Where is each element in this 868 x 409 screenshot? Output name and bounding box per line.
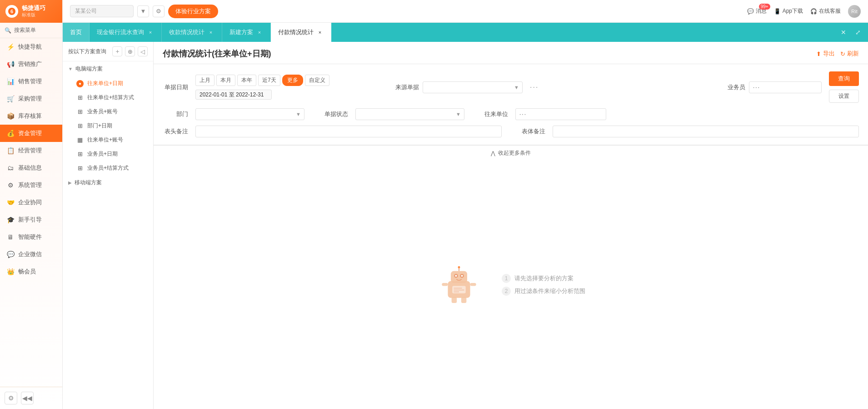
unit-more-btn[interactable]: ··· <box>515 108 606 120</box>
messages-item[interactable]: 💬 消息 99+ <box>747 7 767 15</box>
sidebar-item-marketing[interactable]: 📢 营销推广 <box>0 56 62 73</box>
settings-btn[interactable]: 设置 <box>829 90 859 103</box>
sidebar-item-system[interactable]: ⚙ 系统管理 <box>0 177 62 194</box>
empty-hint-2: 2 用过滤条件来缩小分析范围 <box>502 287 585 296</box>
sidebar-item-label: 快捷导航 <box>18 43 42 51</box>
company-dropdown-btn[interactable]: ▼ <box>137 5 149 17</box>
sidebar-item-capital[interactable]: 💰 资金管理 <box>0 125 62 142</box>
maximize-btn[interactable]: ⤢ <box>853 27 863 38</box>
sidebar-item-label: 资金管理 <box>18 129 42 137</box>
topbar: 某某公司 ▼ ⚙ 体验行业方案 💬 消息 99+ 📱 App下载 🎧 在线客服 … <box>63 0 868 23</box>
sidebar-item-label: 采购管理 <box>18 95 42 103</box>
scheme-item-unit-date[interactable]: ● 往来单位+日期 <box>63 76 153 91</box>
this-year-btn[interactable]: 本年 <box>237 75 256 86</box>
app-download-item[interactable]: 📱 App下载 <box>774 7 803 15</box>
tab-income[interactable]: 收款情况统计 × <box>162 23 222 42</box>
table-icon: ⊞ <box>76 151 84 158</box>
user-avatar-item[interactable]: Rit <box>848 5 861 18</box>
sidebar-item-inventory[interactable]: 📦 库存核算 <box>0 107 62 125</box>
topbar-left: 某某公司 ▼ ⚙ 体验行业方案 <box>70 5 742 18</box>
scheme-item-unit-account[interactable]: ▦ 往来单位+账号 <box>63 133 153 147</box>
search-icon: 🔍 <box>5 27 11 34</box>
doc-status-select-wrapper: ▼ <box>355 108 464 120</box>
doc-date-label: 单据日期 <box>163 83 188 91</box>
sidebar-item-quick-nav[interactable]: ⚡ 快捷导航 <box>0 38 62 56</box>
tabbar: 首页 现金银行流水查询 × 收款情况统计 × 新建方案 × 付款情况统计 × ✕… <box>63 23 868 42</box>
sidebar-item-enterprise[interactable]: 🤝 企业协同 <box>0 194 62 211</box>
dept-select[interactable] <box>195 108 304 120</box>
sidebar-item-operations[interactable]: 📋 经营管理 <box>0 142 62 159</box>
trial-btn[interactable]: 体验行业方案 <box>168 5 218 18</box>
scheme-item-staff-date[interactable]: ⊞ 业务员+日期 <box>63 147 153 161</box>
mobile-scheme-group-header[interactable]: ▶ 移动端方案 <box>63 175 153 190</box>
online-service-item[interactable]: 🎧 在线客服 <box>810 7 841 15</box>
tab-home[interactable]: 首页 <box>63 23 90 42</box>
sidebar-item-basics[interactable]: 🗂 基础信息 <box>0 159 62 177</box>
app-name: 畅捷通巧 <box>22 5 45 12</box>
tab-new-scheme[interactable]: 新建方案 × <box>222 23 271 42</box>
sidebar-item-sales[interactable]: 📊 销售管理 <box>0 73 62 90</box>
source-doc-more-btn[interactable]: ··· <box>526 81 542 93</box>
user-avatar: Rit <box>848 5 861 18</box>
sidebar-item-hardware[interactable]: 🖥 智能硬件 <box>0 228 62 246</box>
header-remark-input[interactable] <box>195 126 502 137</box>
svg-point-6 <box>455 275 457 277</box>
collapse-sidebar-btn[interactable]: ◀◀ <box>21 392 34 404</box>
more-btn[interactable]: 更多 <box>282 75 303 86</box>
source-doc-label: 来源单据 <box>394 83 419 91</box>
message-icon: 💬 <box>747 8 754 15</box>
scheme-item-staff-account[interactable]: ⊞ 业务员+账号 <box>63 105 153 119</box>
table-icon: ⊞ <box>76 94 84 101</box>
doc-status-select[interactable] <box>355 108 464 120</box>
home-tab-label: 首页 <box>70 28 82 36</box>
source-doc-select-wrapper: ▼ <box>423 81 523 93</box>
empty-text-list: 1 请先选择要分析的方案 2 用过滤条件来缩小分析范围 <box>502 274 585 296</box>
custom-btn[interactable]: 自定义 <box>305 75 329 86</box>
pc-scheme-group: ▼ 电脑端方案 ● 往来单位+日期 ⊞ 往来单位+结算方式 ⊞ 业务员+账号 ⊞ <box>63 61 153 175</box>
sidebar-item-guide[interactable]: 🎓 新手引导 <box>0 211 62 228</box>
add-scheme-btn[interactable]: ＋ <box>112 46 122 56</box>
pc-scheme-group-header[interactable]: ▼ 电脑端方案 <box>63 61 153 76</box>
sidebar-item-member[interactable]: 👑 畅会员 <box>0 263 62 280</box>
quick-nav-icon: ⚡ <box>6 43 15 51</box>
close-all-tabs-btn[interactable]: ✕ <box>838 27 849 38</box>
dept-label: 部门 <box>163 110 188 118</box>
tab-bank[interactable]: 现金银行流水查询 × <box>90 23 162 42</box>
collapse-more-conditions-btn[interactable]: ⋀ 收起更多条件 <box>154 145 868 161</box>
scheme-collapse-btn[interactable]: ◁ <box>138 46 148 56</box>
staff-select-btn[interactable]: ··· <box>749 81 822 93</box>
refresh-btn[interactable]: ↻ 刷新 <box>840 50 859 58</box>
staff-label: 业务员 <box>720 83 745 91</box>
close-income-tab[interactable]: × <box>207 29 215 36</box>
enterprise-icon: 🤝 <box>6 198 15 207</box>
export-btn[interactable]: ⬆ 导出 <box>816 50 835 58</box>
avatar-text: Rit <box>851 9 857 14</box>
body-remark-input[interactable] <box>553 126 859 137</box>
settings-footer-btn[interactable]: ⚙ <box>5 392 17 404</box>
query-row-3: 表头备注 表体备注 <box>163 126 859 137</box>
scheme-settings-btn[interactable]: ⊕ <box>125 46 135 56</box>
close-bank-tab[interactable]: × <box>147 29 154 36</box>
scheme-item-dept-date[interactable]: ⊞ 部门+日期 <box>63 119 153 133</box>
source-doc-select[interactable] <box>423 81 523 93</box>
search-menu-item[interactable]: 🔍 搜索菜单 <box>0 23 62 38</box>
sidebar-item-purchase[interactable]: 🛒 采购管理 <box>0 90 62 107</box>
settings-btn[interactable]: ⚙ <box>153 5 165 17</box>
close-new-scheme-tab[interactable]: × <box>256 29 263 36</box>
service-icon: 🎧 <box>810 8 817 15</box>
last-7days-btn[interactable]: 近7天 <box>258 75 280 86</box>
tab-payment[interactable]: 付款情况统计 × <box>271 23 331 42</box>
close-payment-tab[interactable]: × <box>316 29 324 36</box>
last-month-btn[interactable]: 上月 <box>195 75 215 86</box>
sidebar-item-weixin[interactable]: 💬 企业微信 <box>0 246 62 263</box>
this-month-btn[interactable]: 本月 <box>216 75 235 86</box>
scheme-item-unit-settlement[interactable]: ⊞ 往来单位+结算方式 <box>63 91 153 105</box>
date-range-input[interactable] <box>195 90 272 100</box>
svg-rect-3 <box>451 271 467 283</box>
app-logo-icon: 6 <box>5 5 18 18</box>
query-btn[interactable]: 查询 <box>829 71 859 86</box>
scheme-item-staff-settlement[interactable]: ⊞ 业务员+结算方式 <box>63 161 153 175</box>
pc-scheme-group-label: 电脑端方案 <box>75 65 103 73</box>
system-icon: ⚙ <box>6 181 15 189</box>
empty-hint-1: 1 请先选择要分析的方案 <box>502 274 585 283</box>
